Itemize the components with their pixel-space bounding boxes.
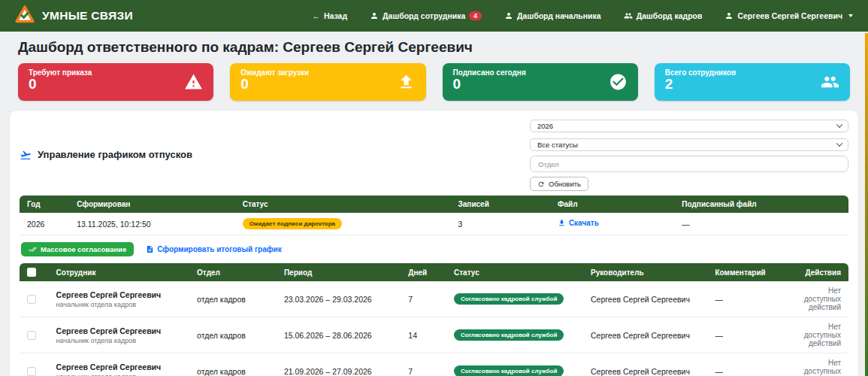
- request-row: Сергеев Сергей Сергеевич начальник отдел…: [20, 281, 848, 317]
- schedule-signed-file: —: [674, 213, 848, 235]
- refresh-icon: [537, 180, 545, 188]
- row-checkbox[interactable]: [27, 367, 36, 376]
- stat-card-total-employees: Всего сотрудников 2: [655, 63, 850, 101]
- warning-icon: [184, 73, 203, 92]
- days-cell: 14: [401, 317, 446, 353]
- nav-manager-dashboard[interactable]: Дашборд начальника: [504, 11, 601, 20]
- year-select[interactable]: 2026: [530, 120, 848, 132]
- notification-badge: 4: [469, 11, 482, 21]
- stat-cards-row: Требуют приказа 0 Ожидают загрузки 0 Под…: [18, 63, 850, 101]
- section-title: Управление графиком отпусков: [20, 149, 192, 161]
- people-icon: [624, 11, 633, 20]
- employee-name: Сергеев Сергей Сергеевич: [56, 290, 183, 299]
- actions-cell: Нет доступных действий: [786, 281, 848, 317]
- file-icon: [146, 245, 154, 253]
- row-checkbox[interactable]: [27, 331, 36, 340]
- stat-value: 2: [665, 77, 839, 92]
- flight-takeoff-icon: [20, 149, 32, 161]
- status-badge: Согласовано кадровой службой: [454, 365, 564, 376]
- schedule-table-header: Год Сформирован Статус Записей Файл Подп…: [20, 196, 848, 213]
- days-cell: 7: [401, 281, 446, 317]
- person-icon: [724, 11, 733, 20]
- nav-back-link[interactable]: ← Назад: [312, 11, 347, 20]
- employee-position: начальник отдела кадров: [56, 337, 183, 344]
- panel-header: Управление графиком отпусков 2026 Все ст…: [20, 118, 848, 191]
- schedule-table: Год Сформирован Статус Записей Файл Подп…: [20, 196, 848, 235]
- employee-name: Сергеев Сергей Сергеевич: [56, 326, 183, 335]
- comment-cell: —: [707, 353, 786, 376]
- department-cell: отдел кадров: [189, 317, 277, 353]
- comment-cell: —: [707, 317, 786, 353]
- select-all-checkbox[interactable]: [27, 268, 36, 277]
- schedule-status-badge: Ожидает подписи директора: [243, 218, 342, 229]
- download-icon: [558, 219, 566, 227]
- requests-table-header: Сотрудник Отдел Период Дней Статус Руков…: [20, 263, 848, 281]
- logo-triangle-check-icon: [15, 5, 35, 27]
- status-badge: Согласовано кадровой службой: [454, 293, 564, 305]
- department-cell: отдел кадров: [189, 353, 277, 376]
- employee-position: начальник отдела кадров: [56, 373, 183, 376]
- generate-final-schedule-link[interactable]: Сформировать итоговый график: [146, 245, 281, 253]
- upload-icon: [397, 73, 416, 92]
- employee-position: начальник отдела кадров: [56, 301, 183, 308]
- department-cell: отдел кадров: [189, 281, 277, 317]
- manager-cell: Сергеев Сергей Сергеевич: [583, 281, 707, 317]
- filters-block: 2026 Все статусы Обновить: [530, 118, 848, 191]
- chevron-down-icon: [848, 14, 853, 17]
- nav-profile-menu[interactable]: Сергеев Сергей Сергеевич: [724, 11, 853, 20]
- request-row: Сергеев Сергей Сергеевич начальник отдел…: [20, 317, 848, 353]
- download-file-link[interactable]: Скачать: [558, 219, 599, 227]
- employee-name: Сергеев Сергей Сергеевич: [56, 362, 183, 371]
- brand-name: УМНЫЕ СВЯЗИ: [42, 9, 133, 23]
- schedule-row: 2026 13.11.2025, 10:12:50 Ожидает подпис…: [20, 213, 848, 235]
- main-content: Дашборд ответственного по кадрам: Сергее…: [0, 32, 868, 376]
- stat-value: 0: [453, 77, 628, 92]
- nav-hr-dashboard[interactable]: Дашборд кадров: [624, 11, 703, 20]
- actions-cell: Нет доступных действий: [786, 353, 848, 376]
- stat-value: 0: [240, 77, 415, 92]
- double-check-icon: [29, 245, 37, 253]
- schedule-year: 2026: [20, 213, 69, 235]
- requests-table: Сотрудник Отдел Период Дней Статус Руков…: [20, 263, 848, 376]
- period-cell: 21.09.2026 – 27.09.2026: [277, 353, 401, 376]
- top-nav-menu: ← Назад Дашборд сотрудника 4 Дашборд нач…: [312, 11, 853, 21]
- year-select-wrap: 2026: [530, 118, 848, 132]
- row-checkbox[interactable]: [27, 295, 36, 304]
- period-cell: 15.06.2026 – 28.06.2026: [277, 317, 401, 353]
- stat-card-signed-today: Подписано сегодня 0: [443, 63, 638, 101]
- users-icon: [821, 73, 839, 92]
- brand-logo[interactable]: УМНЫЕ СВЯЗИ: [15, 5, 133, 27]
- status-select[interactable]: Все статусы: [530, 138, 848, 151]
- period-cell: 23.03.2026 – 29.03.2026: [277, 281, 401, 317]
- vacation-management-panel: Управление графиком отпусков 2026 Все ст…: [9, 110, 859, 376]
- check-circle-icon: [609, 73, 628, 92]
- comment-cell: —: [707, 281, 786, 317]
- schedule-records: 3: [451, 213, 550, 235]
- department-input[interactable]: [530, 156, 848, 172]
- edge-gradient-strip: [865, 33, 868, 376]
- person-icon: [370, 11, 379, 20]
- top-navbar: УМНЫЕ СВЯЗИ ← Назад Дашборд сотрудника 4…: [0, 0, 868, 32]
- actions-cell: Нет доступных действий: [786, 317, 848, 353]
- days-cell: 7: [401, 353, 446, 376]
- stat-card-orders-required: Требуют приказа 0: [18, 63, 213, 101]
- stat-value: 0: [29, 77, 203, 92]
- requests-table-body: Сергеев Сергей Сергеевич начальник отдел…: [20, 281, 848, 376]
- manager-cell: Сергеев Сергей Сергеевич: [583, 317, 707, 353]
- table-actions-row: Массовое согласование Сформировать итого…: [21, 242, 847, 256]
- stat-card-awaiting-upload: Ожидают загрузки 0: [230, 63, 425, 101]
- person-icon: [504, 11, 513, 20]
- refresh-button[interactable]: Обновить: [530, 177, 588, 191]
- back-arrow-icon: ←: [312, 11, 320, 20]
- status-select-wrap: Все статусы: [530, 137, 848, 151]
- bulk-approve-button[interactable]: Массовое согласование: [21, 242, 134, 256]
- schedule-generated: 13.11.2025, 10:12:50: [69, 213, 235, 235]
- nav-employee-dashboard[interactable]: Дашборд сотрудника 4: [370, 11, 482, 21]
- page-title: Дашборд ответственного по кадрам: Сергее…: [18, 39, 850, 56]
- status-badge: Согласовано кадровой службой: [454, 329, 564, 341]
- request-row: Сергеев Сергей Сергеевич начальник отдел…: [20, 353, 848, 376]
- manager-cell: Сергеев Сергей Сергеевич: [583, 353, 707, 376]
